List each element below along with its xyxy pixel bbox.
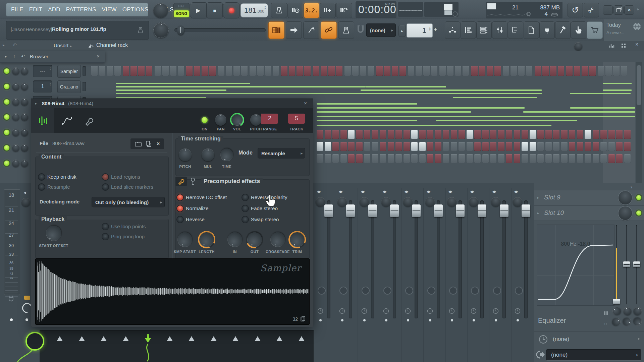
step-cell[interactable] bbox=[435, 154, 441, 163]
step-cell[interactable] bbox=[569, 142, 575, 151]
step-cell[interactable] bbox=[325, 142, 331, 151]
channel-button[interactable]: Gra..ano bbox=[57, 80, 81, 93]
mixer-fader[interactable] bbox=[456, 204, 465, 217]
step-cell[interactable] bbox=[600, 154, 607, 163]
select-dot[interactable] bbox=[495, 319, 497, 321]
radio-keep-on-disk[interactable] bbox=[39, 174, 45, 180]
loop-record-button[interactable] bbox=[336, 3, 352, 18]
step-cell[interactable] bbox=[585, 154, 591, 163]
slot-arrow[interactable]: ▸ bbox=[537, 211, 539, 215]
radio-ping-pong-loop[interactable] bbox=[102, 234, 108, 240]
separation-icon[interactable]: ◀▶ bbox=[317, 190, 320, 193]
channel-vol-knob[interactable] bbox=[21, 129, 28, 136]
step-cell[interactable] bbox=[482, 130, 489, 139]
rack-filter-dropdown[interactable]: Unsort ▸ bbox=[54, 43, 72, 48]
panel-chevron[interactable]: › bbox=[631, 184, 632, 190]
song-mode-badge[interactable]: SONG bbox=[174, 10, 189, 17]
select-dot[interactable] bbox=[429, 319, 431, 321]
oscilloscope-panel[interactable] bbox=[398, 2, 423, 17]
step-cell[interactable] bbox=[471, 66, 478, 76]
channel-value-box[interactable]: 1▲▼ bbox=[33, 80, 52, 93]
step-cell[interactable] bbox=[427, 154, 433, 163]
step-cell[interactable] bbox=[435, 142, 441, 151]
rack-swing-knob[interactable] bbox=[574, 42, 582, 50]
step-cell[interactable] bbox=[313, 66, 319, 76]
step-cell[interactable] bbox=[170, 66, 176, 76]
step-cell[interactable] bbox=[194, 66, 200, 76]
marker-arrow[interactable] bbox=[299, 336, 305, 341]
step-cell[interactable] bbox=[419, 142, 426, 151]
shop-button[interactable] bbox=[587, 21, 603, 39]
pitch-range-badge[interactable]: 2 bbox=[261, 114, 278, 124]
mixer-fader-track[interactable] bbox=[480, 200, 484, 318]
separation-icon[interactable]: ◀ bbox=[23, 191, 26, 194]
stop-button[interactable]: ■ bbox=[207, 2, 223, 18]
record-arm-button[interactable] bbox=[405, 287, 413, 295]
channel-led[interactable] bbox=[4, 68, 9, 74]
radio-load-regions[interactable] bbox=[102, 174, 108, 180]
step-cell[interactable] bbox=[608, 142, 615, 151]
slot-enable-led[interactable] bbox=[636, 195, 641, 200]
step-cell[interactable] bbox=[530, 154, 536, 163]
step-cell[interactable] bbox=[411, 154, 418, 163]
step-cell[interactable] bbox=[123, 66, 129, 76]
step-cell[interactable] bbox=[482, 142, 489, 151]
mixer-pan-knob[interactable] bbox=[513, 197, 522, 206]
output-select[interactable]: (none) ▸ bbox=[546, 349, 641, 360]
step-cell[interactable] bbox=[352, 66, 359, 76]
tab-sample-icon[interactable] bbox=[38, 116, 48, 126]
step-cell[interactable] bbox=[372, 154, 378, 163]
eq-band3-fader[interactable] bbox=[633, 261, 640, 267]
step-cell[interactable] bbox=[605, 66, 612, 76]
channel-pitch-knob[interactable] bbox=[250, 114, 262, 126]
record-arm-button[interactable] bbox=[471, 287, 479, 295]
step-cell[interactable] bbox=[443, 130, 449, 139]
step-cell[interactable] bbox=[514, 154, 520, 163]
step-cell[interactable] bbox=[613, 66, 620, 76]
news-panel[interactable]: Today A newe... bbox=[604, 19, 644, 41]
slot-mix-knob[interactable] bbox=[619, 191, 632, 204]
record-arm-button[interactable] bbox=[515, 287, 523, 295]
mixer-fader-track[interactable] bbox=[415, 200, 418, 318]
channel-pan-knob[interactable] bbox=[12, 113, 19, 121]
browser-view-button[interactable] bbox=[508, 21, 523, 39]
marker-arrow[interactable] bbox=[232, 336, 238, 341]
step-cell[interactable] bbox=[273, 66, 279, 76]
step-cell[interactable] bbox=[561, 142, 568, 151]
channel-led[interactable] bbox=[4, 99, 9, 105]
step-cell[interactable] bbox=[209, 66, 216, 76]
punch-button[interactable] bbox=[286, 21, 302, 39]
record-arm-button[interactable] bbox=[449, 287, 457, 295]
step-cell[interactable] bbox=[435, 130, 441, 139]
step-cell[interactable] bbox=[416, 66, 422, 76]
typing-to-piano-button[interactable] bbox=[338, 21, 354, 39]
step-cell[interactable] bbox=[582, 66, 588, 76]
radio-load-slice-markers[interactable] bbox=[102, 184, 108, 190]
step-cell[interactable] bbox=[545, 142, 552, 151]
mixer-pan-knob[interactable] bbox=[403, 197, 413, 206]
step-cell[interactable] bbox=[372, 130, 378, 139]
step-cell[interactable] bbox=[91, 66, 98, 76]
channel-led[interactable] bbox=[4, 130, 9, 135]
magnet-icon[interactable] bbox=[356, 25, 365, 35]
rack-close-icon[interactable]: × bbox=[635, 42, 638, 48]
step-cell[interactable] bbox=[553, 130, 559, 139]
grid-view-icon[interactable] bbox=[621, 43, 627, 48]
step-cell[interactable] bbox=[506, 154, 512, 163]
sampler-titlebar[interactable]: ▸ 808-Rim4 (808-Rim4) – × bbox=[31, 99, 313, 109]
duplicate-file-icon[interactable] bbox=[146, 141, 152, 147]
step-cell[interactable] bbox=[506, 130, 512, 139]
step-cell[interactable] bbox=[233, 66, 240, 76]
step-cell[interactable] bbox=[304, 66, 311, 76]
step-cell[interactable] bbox=[598, 66, 604, 76]
tempo-spinner[interactable]: ▲▼ bbox=[264, 5, 266, 10]
step-cell[interactable] bbox=[482, 154, 489, 163]
step-cell[interactable] bbox=[289, 66, 295, 76]
piano-roll-view-button[interactable] bbox=[461, 21, 476, 39]
step-cell[interactable] bbox=[566, 66, 573, 76]
mute-clock-icon[interactable] bbox=[405, 308, 411, 314]
channel-led[interactable] bbox=[4, 114, 9, 120]
step-cell[interactable] bbox=[348, 154, 355, 163]
step-cell[interactable] bbox=[474, 130, 481, 139]
select-dot[interactable] bbox=[363, 319, 366, 321]
